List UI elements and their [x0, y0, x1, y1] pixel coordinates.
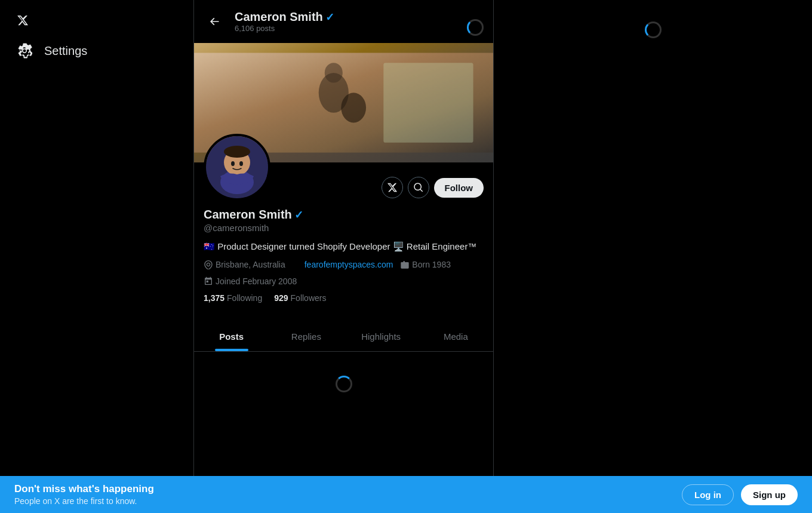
followers-label: Followers	[291, 293, 327, 303]
svg-point-4	[341, 93, 366, 122]
bottom-bar-title: Don't miss what's happening	[14, 483, 154, 495]
back-button[interactable]	[204, 11, 225, 32]
profile-section: Follow Cameron Smith ✓ @cameronsmith 🇦🇺 …	[194, 162, 493, 312]
meta-website[interactable]: fearofemptyspaces.com	[293, 260, 393, 269]
profile-handle: @cameronsmith	[204, 223, 484, 233]
avatar-area: Follow	[204, 134, 484, 201]
meta-born: Born 1983	[400, 260, 451, 269]
svg-point-10	[239, 161, 243, 166]
meta-location: Brisbane, Australia	[204, 260, 285, 269]
sidebar: Settings	[0, 0, 194, 513]
profile-verified-badge: ✓	[294, 208, 303, 222]
feed-spinner	[336, 376, 352, 392]
x-logo-icon	[17, 12, 29, 29]
svg-point-8	[224, 146, 250, 158]
svg-rect-1	[383, 63, 473, 143]
header-text: Cameron Smith ✓ 6,106 posts	[235, 10, 457, 33]
tab-posts[interactable]: Posts	[194, 322, 269, 351]
calendar-icon	[204, 277, 213, 286]
header-verified-badge: ✓	[325, 11, 334, 24]
sidebar-item-settings[interactable]: Settings	[7, 36, 186, 66]
location-icon	[204, 260, 213, 269]
bottom-bar: Don't miss what's happening People on X …	[0, 476, 812, 513]
following-count: 1,375	[204, 293, 224, 303]
meta-joined: Joined February 2008	[204, 277, 297, 286]
avatar-image	[206, 136, 268, 198]
right-panel	[494, 0, 812, 513]
search-profile-button[interactable]	[408, 177, 429, 198]
x-logo[interactable]	[7, 5, 38, 36]
following-label: Following	[227, 293, 262, 303]
profile-stats: 1,375 Following 929 Followers	[204, 293, 484, 303]
followers-count: 929	[274, 293, 288, 303]
svg-point-9	[231, 161, 235, 166]
tab-media[interactable]: Media	[419, 322, 493, 351]
profile-meta: Brisbane, Australia fearofemptyspaces.co…	[204, 260, 484, 286]
gear-icon	[17, 43, 32, 59]
header-loading-spinner	[467, 19, 484, 36]
bottom-bar-text: Don't miss what's happening People on X …	[14, 483, 154, 506]
right-panel-spinner	[645, 21, 662, 38]
profile-bio: 🇦🇺 Product Designer turned Shopify Devel…	[204, 240, 484, 253]
profile-header: Cameron Smith ✓ 6,106 posts	[194, 0, 493, 43]
bottom-bar-subtitle: People on X are the first to know.	[14, 496, 154, 506]
following-stat[interactable]: 1,375 Following	[204, 293, 262, 303]
profile-name: Cameron Smith ✓	[204, 208, 484, 222]
feed-loading	[194, 352, 493, 416]
header-name: Cameron Smith ✓	[235, 10, 457, 24]
avatar	[204, 134, 270, 201]
tab-highlights[interactable]: Highlights	[344, 322, 419, 351]
settings-label: Settings	[44, 44, 87, 58]
action-buttons: Follow	[382, 177, 484, 201]
profile-tabs: Posts Replies Highlights Media	[194, 322, 493, 352]
login-button[interactable]: Log in	[682, 484, 734, 505]
tab-replies[interactable]: Replies	[269, 322, 343, 351]
followers-stat[interactable]: 929 Followers	[274, 293, 326, 303]
link-icon	[293, 260, 302, 269]
bottom-bar-actions: Log in Sign up	[682, 484, 798, 505]
signup-button[interactable]: Sign up	[741, 484, 798, 505]
x-profile-button[interactable]	[382, 177, 403, 198]
birthday-icon	[400, 260, 410, 269]
main-content: Cameron Smith ✓ 6,106 posts	[194, 0, 494, 513]
follow-button[interactable]: Follow	[434, 178, 484, 198]
svg-point-3	[325, 63, 343, 82]
website-link[interactable]: fearofemptyspaces.com	[304, 260, 393, 269]
header-posts-count: 6,106 posts	[235, 24, 457, 33]
